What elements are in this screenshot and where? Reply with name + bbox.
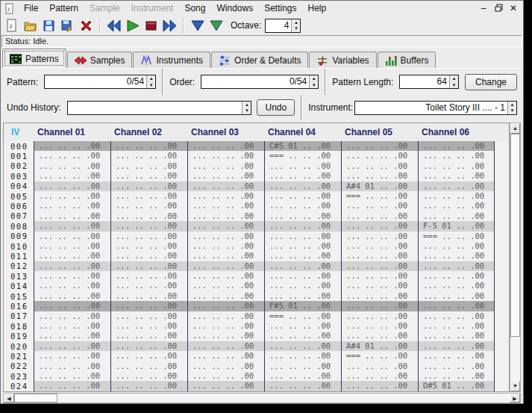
tracker-row[interactable]: 019... .. .. .00... .. .. .00... .. .. .… xyxy=(4,331,509,341)
pattern-cell[interactable]: ... .. .. .00 xyxy=(110,301,187,311)
pattern-cell[interactable]: ... .. .. .00 xyxy=(34,281,110,291)
octave-spin-buttons[interactable]: ▲▼ xyxy=(291,19,300,32)
pattern-cell[interactable]: ... .. .. .00 xyxy=(418,151,495,161)
tracker-row[interactable]: 024... .. .. .00... .. .. .00... .. .. .… xyxy=(4,381,509,391)
pattern-cell[interactable]: ... .. .. .00 xyxy=(418,251,495,261)
pattern-cell[interactable]: ... .. .. .00 xyxy=(418,281,495,291)
pattern-cell[interactable]: ... .. .. .00 xyxy=(110,201,187,211)
pattern-cell[interactable]: ... .. .. .00 xyxy=(110,191,187,201)
pattern-cell[interactable]: ... .. .. .00 xyxy=(264,191,341,201)
pattern-cell[interactable]: ... .. .. .00 xyxy=(264,161,341,171)
pattern-cell[interactable]: ... .. .. .00 xyxy=(34,232,110,241)
pattern-cell[interactable]: ... .. .. .00 xyxy=(34,241,110,251)
pattern-cell[interactable]: ... .. .. .00 xyxy=(110,331,187,341)
tracker-row[interactable]: 000... .. .. .00... .. .. .00... .. .. .… xyxy=(4,141,509,151)
tracker-row[interactable]: 023... .. .. .00... .. .. .00... .. .. .… xyxy=(4,371,509,381)
pattern-cell[interactable]: C#5 01 .. .00 xyxy=(264,141,341,151)
pattern-cell[interactable]: ... .. .. .00 xyxy=(264,211,341,221)
pattern-cell[interactable]: ... .. .. .00 xyxy=(341,281,418,291)
pattern-cell[interactable]: ... .. .. .00 xyxy=(187,221,264,231)
menu-item-help[interactable]: Help xyxy=(303,2,332,14)
pattern-cell[interactable]: ... .. .. .00 xyxy=(264,321,341,331)
pattern-cell[interactable]: A#4 01 .. .00 xyxy=(341,341,418,351)
pattern-cell[interactable]: ... .. .. .00 xyxy=(418,261,495,271)
pattern-cell[interactable]: ... .. .. .00 xyxy=(341,241,418,251)
pattern-cell[interactable]: ... .. .. .00 xyxy=(264,232,341,241)
pattern-cell[interactable]: ... .. .. .00 xyxy=(187,331,264,341)
pattern-cell[interactable]: ... .. .. .00 xyxy=(341,161,418,171)
pattern-cell[interactable]: ... .. .. .00 xyxy=(34,341,110,351)
tracker-row[interactable]: 006... .. .. .00... .. .. .00... .. .. .… xyxy=(4,201,509,211)
pattern-cell[interactable]: ... .. .. .00 xyxy=(187,141,264,151)
pattern-cell[interactable]: ... .. .. .00 xyxy=(418,341,495,351)
pattern-cell[interactable]: ... .. .. .00 xyxy=(34,141,110,151)
pattern-cell[interactable]: ... .. .. .00 xyxy=(264,261,341,271)
pattern-cell[interactable]: ... .. .. .00 xyxy=(187,371,264,381)
pattern-cell[interactable]: ... .. .. .00 xyxy=(418,321,495,331)
pattern-cell[interactable]: ... .. .. .00 xyxy=(110,271,187,281)
close-icon[interactable]: ✕ xyxy=(509,4,518,13)
pattern-cell[interactable]: ... .. .. .00 xyxy=(264,351,341,361)
tracker-row[interactable]: 007... .. .. .00... .. .. .00... .. .. .… xyxy=(4,211,509,221)
pattern-cell[interactable]: ... .. .. .00 xyxy=(264,171,341,181)
pattern-cell[interactable]: ... .. .. .00 xyxy=(110,341,187,351)
restore-icon[interactable] xyxy=(494,4,503,13)
pattern-cell[interactable]: ... .. .. .00 xyxy=(187,351,264,361)
tracker-row[interactable]: 018... .. .. .00... .. .. .00... .. .. .… xyxy=(4,321,509,331)
play-icon[interactable] xyxy=(124,17,141,34)
pattern-cell[interactable]: ... .. .. .00 xyxy=(34,321,110,331)
pattern-cell[interactable]: ... .. .. .00 xyxy=(110,181,187,191)
pattern-cell[interactable]: ... .. .. .00 xyxy=(110,251,187,261)
pattern-cell[interactable]: ... .. .. .00 xyxy=(418,141,495,151)
pattern-cell[interactable]: ... .. .. .00 xyxy=(187,161,264,171)
pattern-cell[interactable]: ... .. .. .00 xyxy=(187,232,264,241)
pattern-cell[interactable]: ... .. .. .00 xyxy=(264,341,341,351)
tracker-row[interactable]: 021... .. .. .00... .. .. .00... .. .. .… xyxy=(4,351,509,361)
pattern-cell[interactable]: ... .. .. .00 xyxy=(418,371,495,381)
transpose-down-blue-icon[interactable] xyxy=(189,17,206,34)
vertical-scroll-thumb[interactable] xyxy=(510,134,520,337)
pattern-cell[interactable]: ... .. .. .00 xyxy=(110,151,187,161)
pattern-cell[interactable]: ... .. .. .00 xyxy=(341,371,418,381)
pattern-cell[interactable]: ... .. .. .00 xyxy=(187,241,264,251)
pattern-cell[interactable]: ... .. .. .00 xyxy=(341,311,418,321)
pattern-cell[interactable]: ... .. .. .00 xyxy=(34,201,110,211)
pattern-cell[interactable]: ... .. .. .00 xyxy=(187,201,264,211)
horizontal-scrollbar[interactable]: ◀ ▶ xyxy=(3,393,521,403)
tracker-row[interactable]: 003... .. .. .00... .. .. .00... .. .. .… xyxy=(4,171,509,181)
pattern-cell[interactable]: ... .. .. .00 xyxy=(418,181,495,191)
tracker-row[interactable]: 014... .. .. .00... .. .. .00... .. .. .… xyxy=(4,281,509,291)
pattern-cell[interactable]: ... .. .. .00 xyxy=(34,181,110,191)
pattern-cell[interactable]: ... .. .. .00 xyxy=(34,381,110,391)
pattern-cell[interactable]: ... .. .. .00 xyxy=(110,161,187,171)
pattern-cell[interactable]: ... .. .. .00 xyxy=(341,151,418,161)
menu-item-settings[interactable]: Settings xyxy=(259,2,301,14)
tab-buffers[interactable]: Buffers xyxy=(378,52,436,68)
tracker-row[interactable]: 016... .. .. .00... .. .. .00... .. .. .… xyxy=(4,301,509,311)
tab-variables[interactable]: Variables xyxy=(309,52,376,68)
pattern-cell[interactable]: ... .. .. .00 xyxy=(341,331,418,341)
tracker-row[interactable]: 015... .. .. .00... .. .. .00... .. .. .… xyxy=(4,291,509,301)
tracker-row[interactable]: 012... .. .. .00... .. .. .00... .. .. .… xyxy=(4,261,509,271)
menu-item-file[interactable]: File xyxy=(19,2,43,14)
pattern-cell[interactable]: F#5 01 .. .00 xyxy=(264,301,341,311)
tracker-row[interactable]: 010... .. .. .00... .. .. .00... .. .. .… xyxy=(4,241,509,251)
pattern-cell[interactable]: F-5 01 .. .00 xyxy=(418,221,495,231)
pattern-cell[interactable]: ... .. .. .00 xyxy=(418,291,495,301)
tracker-row[interactable]: 011... .. .. .00... .. .. .00... .. .. .… xyxy=(4,251,509,261)
undo-button[interactable]: Undo xyxy=(257,99,295,116)
pattern-cell[interactable]: ... .. .. .00 xyxy=(34,361,110,371)
scroll-right-icon[interactable]: ▶ xyxy=(510,394,520,403)
pattern-cell[interactable]: ... .. .. .00 xyxy=(418,161,495,171)
pattern-cell[interactable]: ... .. .. .00 xyxy=(34,171,110,181)
change-button[interactable]: Change xyxy=(465,74,517,90)
pattern-cell[interactable]: ... .. .. .00 xyxy=(187,381,264,391)
pattern-cell[interactable]: ... .. .. .00 xyxy=(341,271,418,281)
octave-stepper[interactable]: 4 ▲▼ xyxy=(265,19,301,33)
pattern-cell[interactable]: ... .. .. .00 xyxy=(110,371,187,381)
pattern-length-spin-buttons[interactable]: ▲▼ xyxy=(449,75,458,88)
pattern-cell[interactable]: ... .. .. .00 xyxy=(187,281,264,291)
pattern-cell[interactable]: ... .. .. .00 xyxy=(264,331,341,341)
pattern-cell[interactable]: ... .. .. .00 xyxy=(264,371,341,381)
pattern-cell[interactable]: ... .. .. .00 xyxy=(110,211,187,221)
